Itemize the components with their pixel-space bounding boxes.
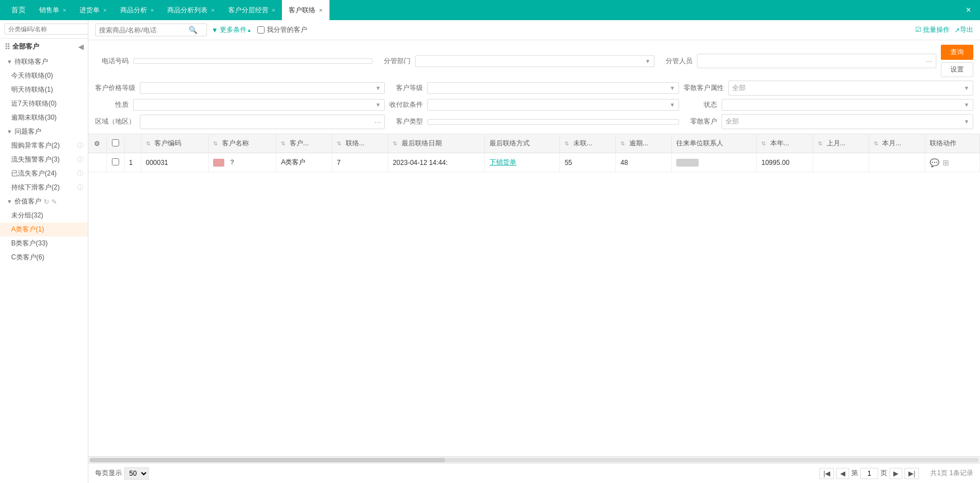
row-checkbox-cell[interactable] (106, 153, 124, 172)
page-number-input[interactable] (860, 468, 878, 479)
overdue-column-header[interactable]: ⇅ 逾期... (616, 134, 672, 153)
setting-button[interactable]: 设置 (941, 62, 973, 77)
search-icon[interactable]: 🔍 (189, 26, 197, 34)
last-method-link[interactable]: 下销货单 (489, 158, 516, 166)
dept-dropdown[interactable]: ▼ (415, 55, 654, 67)
retail-attr-dropdown[interactable]: 全部 ▼ (728, 80, 973, 96)
last-month-column-header[interactable]: ⇅ 上月... (813, 134, 869, 153)
group-problem-customers[interactable]: ▼ 问题客户 (0, 125, 88, 139)
info-icon[interactable]: ⓘ (77, 141, 83, 150)
payment-dropdown[interactable]: ▼ (427, 99, 679, 111)
status-dropdown[interactable]: ▼ (722, 99, 973, 111)
next-page-button[interactable]: ▶ (889, 468, 902, 479)
close-icon[interactable]: × (103, 7, 106, 13)
horizontal-scrollbar[interactable] (88, 456, 980, 463)
sidebar-item-declining[interactable]: 持续下滑客户(2) ⓘ (0, 181, 88, 195)
sidebar-item-class-a[interactable]: A类客户(1) (0, 222, 88, 236)
close-icon[interactable]: × (272, 7, 275, 13)
region-input[interactable]: ··· (140, 115, 385, 129)
row-checkbox[interactable] (112, 158, 119, 165)
select-all-checkbox[interactable] (112, 139, 119, 146)
col-label: 联络动作 (930, 139, 957, 147)
name-column-header[interactable]: ⇅ 客户名称 (209, 134, 276, 153)
row-name-cell[interactable]: ？ (209, 153, 276, 172)
sidebar-item-class-c[interactable]: C类客户(6) (0, 250, 88, 264)
nav-tab-customer-seg[interactable]: 客户分层经营 × (222, 0, 282, 20)
this-year-column-header[interactable]: ⇅ 本年... (757, 134, 813, 153)
unit-contact-column-header[interactable]: 往来单位联系人 (672, 134, 757, 153)
more-conditions-btn[interactable]: ▼ 更多条件 ▴ (211, 25, 251, 35)
this-month-column-header[interactable]: ⇅ 本月... (869, 134, 925, 153)
nav-home[interactable]: 首页 (4, 0, 32, 20)
all-customers-header[interactable]: ⠿ 全部客户 ◀ (0, 39, 88, 55)
all-customers-label: 全部客户 (12, 42, 39, 51)
close-icon[interactable]: × (63, 7, 66, 13)
global-close-button[interactable]: × (962, 5, 976, 15)
batch-op-btn[interactable]: ☑ 批量操作 (915, 25, 950, 35)
scrollbar-thumb[interactable] (89, 458, 445, 462)
page-size-dropdown[interactable]: 50 (124, 467, 149, 480)
sidebar-item-hoarding[interactable]: 囤购异常客户(2) ⓘ (0, 139, 88, 153)
last-method-column-header[interactable]: 最后联络方式 (485, 134, 560, 153)
sidebar-item-7days[interactable]: 近7天待联络(0) (0, 97, 88, 111)
info-icon[interactable]: ⓘ (77, 169, 83, 178)
group-pending-contact[interactable]: ▼ 待联络客户 (0, 55, 88, 69)
search-box[interactable]: 🔍 (95, 23, 207, 36)
sidebar-item-today[interactable]: 今天待联络(0) (0, 69, 88, 83)
info-icon[interactable]: ⓘ (77, 183, 83, 192)
close-icon[interactable]: × (150, 7, 154, 13)
collapse-icon[interactable]: ◀ (78, 43, 83, 51)
export-btn[interactable]: ↗ 导出 (954, 25, 973, 35)
query-button[interactable]: 查询 (941, 45, 973, 60)
code-column-header[interactable]: ⇅ 客户编码 (141, 134, 209, 153)
close-icon[interactable]: × (319, 7, 322, 13)
contact-column-header[interactable]: ⇅ 联络... (332, 134, 388, 153)
sidebar-item-loss-warning[interactable]: 流失预警客户(3) ⓘ (0, 153, 88, 167)
nav-tab-analysis[interactable]: 商品分析 × (114, 0, 161, 20)
col-sort-icon: ⇅ (146, 140, 150, 146)
sidebar-item-unclassified[interactable]: 未分组(32) (0, 209, 88, 222)
close-icon[interactable]: × (211, 7, 214, 13)
prev-page-button[interactable]: ◀ (836, 468, 849, 479)
my-customers-checkbox-label[interactable]: 我分管的客户 (257, 25, 307, 35)
price-level-dropdown[interactable]: ▼ (140, 82, 385, 94)
sidebar-search-input[interactable] (4, 23, 88, 35)
message-icon[interactable]: 💬 (930, 158, 939, 167)
page-size-select: 每页显示 50 (95, 467, 149, 480)
group-value-customers[interactable]: ▼ 价值客户 ↻ ✎ (0, 195, 88, 209)
nav-tab-purchase[interactable]: 进货单 × (73, 0, 113, 20)
sidebar-item-lost[interactable]: 已流失客户(24) ⓘ (0, 167, 88, 181)
name-color-swatch (213, 159, 224, 167)
sidebar-item-overdue[interactable]: 逾期未联络(30) (0, 111, 88, 125)
checkbox-column-header[interactable] (106, 134, 124, 153)
settings-column-header[interactable]: ⚙ (88, 134, 106, 153)
sidebar-item-tomorrow[interactable]: 明天待联络(1) (0, 83, 88, 97)
more-icon[interactable]: ··· (374, 117, 381, 126)
refresh-icon[interactable]: ↻ (44, 198, 49, 206)
last-date-column-header[interactable]: ⇅ 最后联络日期 (388, 134, 485, 153)
nav-tab-sales[interactable]: 销售单 × (32, 0, 73, 20)
no-contact-column-header[interactable]: ⇅ 未联... (560, 134, 616, 153)
type-column-header[interactable]: ⇅ 客户... (276, 134, 332, 153)
nature-dropdown[interactable]: ▼ (133, 99, 385, 111)
retail-customer-dropdown[interactable]: 全部 ▼ (722, 114, 973, 129)
info-icon[interactable]: ⓘ (77, 155, 83, 164)
my-customers-checkbox[interactable] (257, 26, 265, 34)
customer-level-dropdown[interactable]: ▼ (427, 82, 679, 94)
row-last-method-cell[interactable]: 下销货单 (485, 153, 560, 172)
manager-input[interactable]: ··· (697, 54, 936, 68)
edit-icon[interactable]: ✎ (51, 198, 57, 206)
customer-type-input[interactable] (427, 119, 679, 125)
more-icon[interactable]: ··· (926, 56, 932, 65)
sidebar-item-class-b[interactable]: B类客户(33) (0, 236, 88, 250)
grid-icon[interactable]: ⊞ (943, 158, 949, 167)
customer-name[interactable]: ？ (229, 158, 235, 166)
scrollbar-track[interactable] (89, 458, 979, 462)
first-page-button[interactable]: |◀ (819, 468, 834, 479)
nav-tab-customer-contact[interactable]: 客户联络 × (282, 0, 329, 20)
nav-tab-analysis-list[interactable]: 商品分析列表 × (161, 0, 221, 20)
phone-input[interactable] (133, 58, 373, 64)
last-page-button[interactable]: ▶| (904, 468, 919, 479)
table-container: ⚙ ⇅ 客户编码 ⇅ 客户名称 (88, 134, 980, 456)
search-input[interactable] (99, 26, 189, 34)
